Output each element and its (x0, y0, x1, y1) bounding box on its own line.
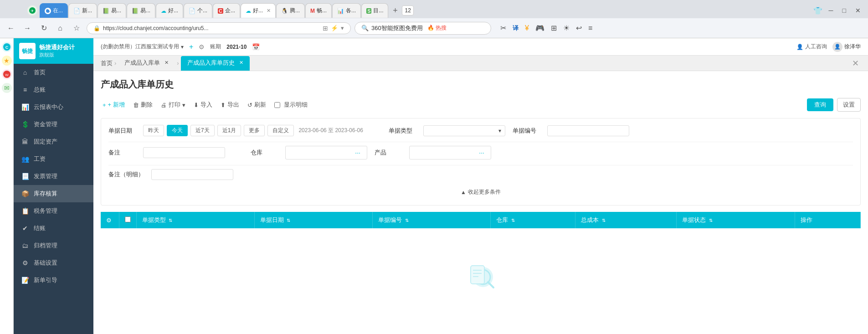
query-button[interactable]: 查询 (807, 98, 833, 111)
collapse-button[interactable]: ▲ 收起更多条件 (461, 185, 501, 199)
sidebar-item-inventory[interactable]: 📦 库存核算 (14, 185, 93, 202)
weibo-app-icon[interactable]: W (2, 69, 12, 79)
sidebar-item-invoice[interactable]: 📃 发票管理 (14, 168, 93, 185)
company-selector[interactable]: (勿删勿禁用）江西服宝测试专用 ▾ (101, 43, 184, 51)
date-btn-7days[interactable]: 近7天 (190, 125, 215, 136)
date-btn-more[interactable]: 更多 (244, 125, 265, 136)
sidebar-item-new-doc[interactable]: 📝 新单引导 (14, 272, 93, 289)
th-cost[interactable]: 总成本 ⇅ (575, 212, 676, 228)
tab-doc-history[interactable]: 产成品入库单历史 ✕ (181, 56, 250, 71)
delete-button[interactable]: 🗑 删除 (131, 100, 154, 110)
panel-close-button[interactable]: ✕ (850, 57, 861, 70)
user-service-button[interactable]: 👤 人工咨询 (796, 43, 827, 51)
refresh-button[interactable]: ↺ 刷新 (246, 100, 268, 110)
more-icon[interactable]: ≡ (586, 23, 594, 33)
tab-7[interactable]: C 企... (213, 3, 240, 18)
sidebar-item-ledger[interactable]: ≡ 总账 (14, 81, 93, 98)
th-status[interactable]: 单据状态 ⇅ (677, 212, 795, 228)
sidebar-item-fixed[interactable]: 🏛 固定资产 (14, 133, 93, 150)
add-company-button[interactable]: + (189, 43, 193, 51)
sort-type-icon[interactable]: ⇅ (169, 218, 172, 223)
calendar-icon[interactable]: 📅 (252, 43, 260, 51)
warehouse-filter-select[interactable]: ··· (285, 146, 367, 159)
translate-icon[interactable]: 译 (511, 23, 520, 33)
sidebar-item-home[interactable]: ⌂ 首页 (14, 64, 93, 81)
star-app-icon[interactable]: ★ (2, 56, 12, 66)
show-cols-checkbox[interactable] (274, 102, 280, 108)
sidebar-item-payroll[interactable]: 👥 工资 (14, 150, 93, 168)
show-cols-toggle[interactable]: 显示明细 (272, 100, 309, 110)
tab-2[interactable]: 📄 新... (68, 3, 97, 18)
sidebar-item-settings[interactable]: ⚙ 基础设置 (14, 254, 93, 272)
sort-status-icon[interactable]: ⇅ (709, 218, 713, 223)
close-button[interactable]: ✕ (853, 6, 863, 15)
breadcrumb-home[interactable]: 首页 (101, 59, 113, 67)
tab-8[interactable]: ☁ 好... ✕ (241, 3, 276, 18)
sun-icon[interactable]: ☀ (561, 23, 571, 33)
print-button[interactable]: 🖨 打印 ▾ (159, 100, 187, 110)
column-settings-icon[interactable]: ⚙ (106, 217, 112, 224)
game-icon[interactable]: 🎮 (534, 23, 546, 33)
detail-remark-input[interactable] (151, 169, 233, 180)
tab-5[interactable]: ☁ 好... (156, 3, 183, 18)
th-type[interactable]: 单据类型 ⇅ (136, 212, 254, 228)
remark-filter-input[interactable] (143, 147, 225, 158)
date-btn-1month[interactable]: 近1月 (217, 125, 241, 136)
tab-12[interactable]: S 目... (361, 3, 388, 18)
scissors-icon[interactable]: ✂ (498, 23, 508, 33)
forward-button[interactable]: → (21, 22, 34, 35)
sort-cost-icon[interactable]: ⇅ (602, 218, 606, 223)
type-filter-select[interactable]: ▾ (423, 125, 505, 136)
bookmark-button[interactable]: ☆ (70, 22, 83, 35)
user-menu[interactable]: 👤 徐泽华 (832, 42, 861, 52)
home-nav-button[interactable]: ⌂ (54, 22, 67, 35)
company-settings-icon[interactable]: ⚙ (199, 43, 205, 51)
new-tab-button[interactable]: + (389, 4, 401, 17)
th-checkbox[interactable] (119, 212, 136, 228)
import-button[interactable]: ⬇ 导入 (192, 100, 214, 110)
url-bar[interactable]: 🔒 https://cloud.chanjet.com/accounting/u… (87, 22, 351, 34)
tab-1[interactable]: 在... (40, 3, 68, 18)
minimize-button[interactable]: ─ (826, 6, 836, 15)
tab-11[interactable]: 📊 各... (332, 3, 361, 18)
export-button[interactable]: ⬆ 导出 (219, 100, 241, 110)
chanjet-app-icon[interactable]: C (2, 42, 12, 52)
mail-app-icon[interactable]: ✉ (2, 83, 12, 93)
tab-4[interactable]: 📗 易... (127, 3, 155, 18)
sidebar-item-tax[interactable]: 📋 税务管理 (14, 202, 93, 220)
th-number[interactable]: 单据编号 ⇅ (373, 212, 491, 228)
filter-settings-button[interactable]: 设置 (837, 98, 861, 112)
add-button[interactable]: + + 新增 (101, 100, 127, 110)
sidebar-item-archive[interactable]: 🗂 归档管理 (14, 237, 93, 254)
tab-3[interactable]: 📗 易... (98, 3, 126, 18)
tab-doc-list[interactable]: 产成品入库单 ✕ (118, 56, 175, 71)
grid-view-icon[interactable]: ⊞ (549, 23, 559, 33)
date-btn-custom[interactable]: 自定义 (267, 125, 294, 136)
refresh-button[interactable]: ↻ (37, 22, 50, 35)
sidebar-item-checkout[interactable]: ✔ 结账 (14, 220, 93, 237)
number-filter-input[interactable] (547, 125, 629, 136)
yen-icon[interactable]: ¥ (523, 23, 531, 33)
date-btn-today[interactable]: 今天 (167, 125, 188, 136)
browser-icon[interactable]: ✈ (27, 5, 37, 15)
sort-date-icon[interactable]: ⇅ (287, 218, 290, 223)
tab-history-close[interactable]: ✕ (239, 60, 243, 66)
th-date[interactable]: 单据日期 ⇅ (254, 212, 372, 228)
sidebar-item-capital[interactable]: 💲 资金管理 (14, 116, 93, 133)
maximize-button[interactable]: □ (840, 6, 849, 15)
warehouse-ellipsis-btn[interactable]: ··· (352, 148, 363, 157)
search-bar[interactable]: 🔍 360智能抠图免费用 🔥 热搜 (354, 22, 491, 35)
date-btn-yesterday[interactable]: 昨天 (143, 125, 164, 136)
sort-number-icon[interactable]: ⇅ (405, 218, 409, 223)
sidebar-item-report[interactable]: 📊 云报表中心 (14, 98, 93, 116)
tab-6[interactable]: 📄 个... (184, 3, 212, 18)
back-button[interactable]: ← (5, 22, 17, 35)
tab-close-8[interactable]: ✕ (267, 8, 271, 14)
url-dropdown-icon[interactable]: ▾ (341, 25, 344, 31)
product-ellipsis-btn[interactable]: ··· (476, 148, 487, 157)
undo-icon[interactable]: ↩ (574, 23, 584, 33)
select-all-checkbox[interactable] (125, 216, 131, 222)
tab-9[interactable]: 🐧 腾... (276, 3, 305, 18)
tab-10[interactable]: M 畅... (305, 3, 332, 18)
product-filter-select[interactable]: ··· (409, 146, 491, 159)
